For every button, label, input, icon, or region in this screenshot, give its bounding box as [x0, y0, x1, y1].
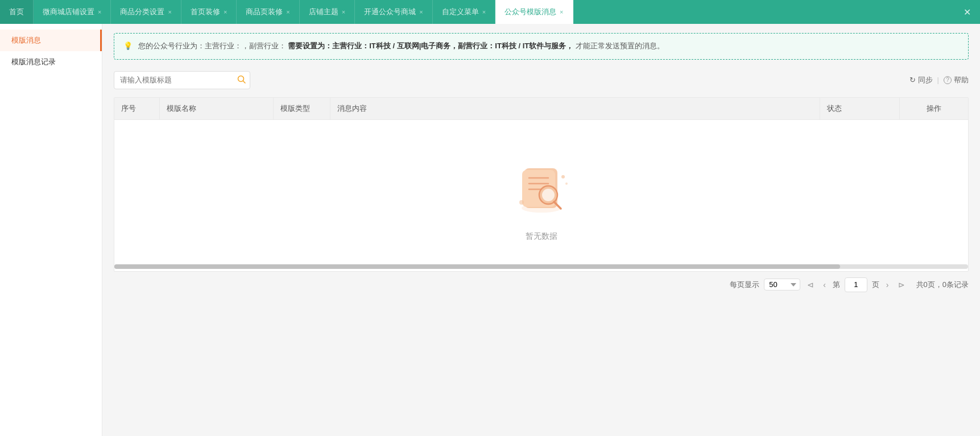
- pagination-bar: 每页显示 50 10 20 100 ⊲ ‹ 第 页 › ⊳ 共0页，0条记录: [114, 272, 969, 294]
- col-header-content: 消息内容: [330, 98, 820, 119]
- tab-home-label: 首页: [9, 7, 24, 17]
- page-size-select[interactable]: 50 10 20 100: [764, 279, 800, 290]
- page-total: 共0页，0条记录: [916, 280, 969, 290]
- notice-highlight: 需要设置为：主营行业：IT科技 / 互联网|电子商务，副营行业：IT科技 / I…: [288, 41, 573, 50]
- page-unit-label: 页: [872, 280, 879, 290]
- scrollbar-thumb: [114, 264, 840, 269]
- page-next-button[interactable]: ›: [884, 279, 891, 290]
- toolbar-right: ↻ 同步 | ? 帮助: [909, 75, 969, 85]
- tab-shop-setting[interactable]: 微商城店铺设置 ×: [34, 0, 111, 24]
- empty-text: 暂无数据: [526, 231, 557, 242]
- page-prev-button[interactable]: ‹: [821, 279, 828, 290]
- help-label: 帮助: [954, 75, 969, 85]
- empty-state: 暂无数据: [114, 120, 968, 264]
- divider: |: [937, 76, 939, 84]
- help-button[interactable]: ? 帮助: [944, 75, 969, 85]
- tab-product-decor-label: 商品页装修: [246, 7, 283, 17]
- col-header-action: 操作: [900, 98, 968, 119]
- tab-template-msg-label: 公众号模版消息: [505, 7, 556, 17]
- tab-open-mall-label: 开通公众号商城: [364, 7, 416, 17]
- sidebar-item-template-msg-record-label: 模版消息记录: [11, 57, 56, 66]
- tab-template-msg-close[interactable]: ×: [560, 9, 563, 15]
- tab-bar: 首页 微商城店铺设置 × 商品分类设置 × 首页装修 × 商品页装修 × 店铺主…: [0, 0, 980, 24]
- sync-label: 同步: [918, 75, 933, 85]
- search-button[interactable]: [237, 75, 246, 85]
- tab-shop-theme-label: 店铺主题: [309, 7, 338, 17]
- page-input[interactable]: [845, 277, 867, 292]
- notice-icon: 💡: [123, 41, 133, 50]
- tab-custom-menu[interactable]: 自定义菜单 ×: [433, 0, 495, 24]
- tab-category-setting-label: 商品分类设置: [120, 7, 164, 17]
- main-layout: 模版消息 模版消息记录 💡 您的公众号行业为：主营行业：，副营行业： 需要设置为…: [0, 24, 980, 436]
- tab-home-decor-label: 首页装修: [191, 7, 220, 17]
- tab-shop-setting-close[interactable]: ×: [98, 9, 101, 15]
- tab-shop-theme[interactable]: 店铺主题 ×: [300, 0, 355, 24]
- page-first-button[interactable]: ⊲: [805, 279, 816, 290]
- svg-point-12: [565, 182, 568, 185]
- sidebar-item-template-msg-record[interactable]: 模版消息记录: [0, 51, 102, 73]
- tab-category-setting[interactable]: 商品分类设置 ×: [111, 0, 181, 24]
- page-last-button[interactable]: ⊳: [896, 279, 907, 290]
- help-circle-icon: ?: [944, 76, 952, 84]
- tab-bar-close-all[interactable]: ✕: [954, 7, 980, 18]
- search-input[interactable]: [114, 71, 250, 89]
- search-icon: [237, 75, 246, 84]
- search-bar: ↻ 同步 | ? 帮助: [114, 71, 969, 89]
- sidebar: 模版消息 模版消息记录: [0, 24, 102, 436]
- search-input-wrapper: [114, 71, 250, 89]
- svg-point-13: [519, 200, 524, 205]
- table-wrapper: 序号 模版名称 模版类型 消息内容 状态 操作: [114, 97, 969, 272]
- table-header: 序号 模版名称 模版类型 消息内容 状态 操作: [114, 98, 968, 120]
- tab-product-decor-close[interactable]: ×: [286, 9, 290, 15]
- col-header-status: 状态: [820, 98, 900, 119]
- col-header-type: 模版类型: [274, 98, 330, 119]
- col-header-name: 模版名称: [160, 98, 274, 119]
- tab-shop-theme-close[interactable]: ×: [342, 9, 345, 15]
- tab-category-setting-close[interactable]: ×: [168, 9, 171, 15]
- col-header-seq: 序号: [114, 98, 160, 119]
- tab-home[interactable]: 首页: [0, 0, 34, 24]
- content-area: 💡 您的公众号行业为：主营行业：，副营行业： 需要设置为：主营行业：IT科技 /…: [102, 24, 980, 436]
- page-di-label: 第: [833, 280, 840, 290]
- notice-box: 💡 您的公众号行业为：主营行业：，副营行业： 需要设置为：主营行业：IT科技 /…: [114, 33, 969, 60]
- tab-custom-menu-label: 自定义菜单: [442, 7, 479, 17]
- svg-point-11: [561, 175, 565, 178]
- tab-open-mall[interactable]: 开通公众号商城 ×: [355, 0, 432, 24]
- tab-product-decor[interactable]: 商品页装修 ×: [237, 0, 299, 24]
- sidebar-item-template-msg[interactable]: 模版消息: [0, 30, 102, 51]
- svg-point-9: [542, 189, 555, 201]
- sidebar-item-template-msg-label: 模版消息: [11, 36, 41, 44]
- empty-icon: [507, 154, 576, 222]
- notice-prefix: 您的公众号行业为：主营行业：，副营行业：: [138, 41, 286, 50]
- svg-line-1: [243, 81, 246, 83]
- tab-home-decor[interactable]: 首页装修 ×: [181, 0, 237, 24]
- page-size-label: 每页显示: [730, 280, 759, 290]
- tab-custom-menu-close[interactable]: ×: [482, 9, 486, 15]
- notice-suffix: 才能正常发送预置的消息。: [576, 41, 664, 50]
- tab-shop-setting-label: 微商城店铺设置: [43, 7, 94, 17]
- sync-button[interactable]: ↻ 同步: [909, 75, 933, 85]
- horizontal-scrollbar[interactable]: [114, 264, 968, 269]
- tab-template-msg[interactable]: 公众号模版消息 ×: [495, 0, 573, 24]
- tab-open-mall-close[interactable]: ×: [419, 9, 423, 15]
- tab-home-decor-close[interactable]: ×: [224, 9, 227, 15]
- sync-icon: ↻: [909, 76, 916, 84]
